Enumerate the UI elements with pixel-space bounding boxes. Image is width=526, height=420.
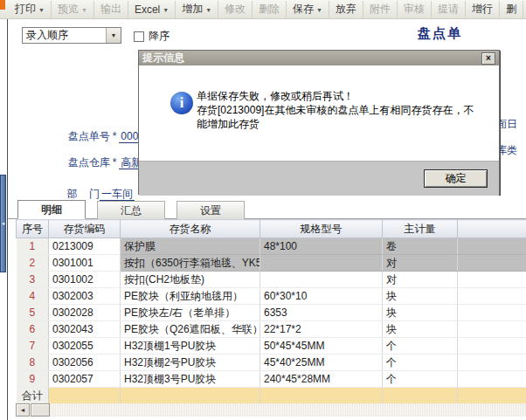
row-extra[interactable]: [458, 338, 526, 355]
toolbar-button-delete[interactable]: 删除: [253, 1, 287, 18]
row-code[interactable]: 0302056: [49, 355, 121, 371]
row-spec[interactable]: 6353: [260, 305, 383, 321]
row-code[interactable]: 0301002: [49, 272, 121, 288]
toolbar-button-add-row[interactable]: 增行: [466, 1, 500, 18]
row-spec[interactable]: 48*100: [260, 238, 383, 255]
row-serial[interactable]: 7: [17, 338, 49, 355]
row-code[interactable]: 0301001: [49, 255, 121, 272]
row-name[interactable]: 按扣(CH2地板垫): [121, 272, 260, 288]
tab-summary[interactable]: 汇总: [97, 201, 165, 219]
chevron-down-icon[interactable]: ▼: [106, 28, 121, 43]
toolbar-button-export[interactable]: 输出: [94, 1, 128, 18]
toolbar-button-modify[interactable]: 修改: [218, 1, 253, 18]
row-spec[interactable]: [260, 255, 383, 272]
row-name[interactable]: 保护膜: [121, 238, 260, 255]
col-header-serial[interactable]: 序号: [17, 220, 49, 238]
row-name[interactable]: 按扣（6350行李箱地毯、YK5地毯）: [121, 255, 260, 272]
sort-order-value: 录入顺序: [23, 28, 106, 43]
row-name[interactable]: H32顶棚2号PU胶块: [121, 355, 260, 371]
col-header-extra: [458, 220, 526, 238]
toolbar-button-save[interactable]: 保存▼: [287, 1, 329, 18]
row-code[interactable]: 0213009: [49, 238, 121, 255]
row-unit[interactable]: 个: [383, 371, 458, 388]
col-header-spec[interactable]: 规格型号: [260, 220, 383, 238]
row-extra[interactable]: [458, 371, 526, 388]
col-header-name[interactable]: 存货名称: [121, 220, 260, 238]
row-spec[interactable]: 22*17*2: [260, 321, 383, 338]
row-extra[interactable]: [458, 355, 526, 371]
row-serial[interactable]: 5: [17, 305, 49, 321]
collapse-panel-handle[interactable]: ◄: [0, 175, 6, 272]
sort-order-select[interactable]: 录入顺序 ▼: [22, 27, 121, 44]
row-spec[interactable]: [260, 272, 383, 288]
table-row: 3 0301002 按扣(CH2地板垫) 对: [17, 272, 526, 288]
row-spec[interactable]: 60*30*10: [260, 288, 383, 305]
row-extra[interactable]: [458, 272, 526, 288]
toolbar-button-audit[interactable]: 审核: [398, 1, 432, 18]
row-unit[interactable]: 块: [383, 288, 458, 305]
field-department-value[interactable]: 一车间: [100, 188, 135, 201]
row-extra[interactable]: [458, 255, 526, 272]
field-doc-number-label: 盘点单号: [68, 130, 110, 142]
row-serial[interactable]: 1: [17, 238, 49, 255]
ok-button[interactable]: 确定: [424, 169, 488, 188]
collapse-arrow-icon: ◄: [1, 221, 6, 226]
descending-label: 降序: [149, 29, 170, 44]
row-extra[interactable]: [458, 288, 526, 305]
row-unit[interactable]: 对: [383, 255, 458, 272]
dialog-titlebar[interactable]: 提示信息 ×: [139, 51, 499, 65]
row-unit[interactable]: 对: [383, 272, 458, 288]
row-serial[interactable]: 8: [17, 355, 49, 371]
horizontal-scrollbar[interactable]: ◄: [16, 403, 526, 417]
descending-checkbox[interactable]: [134, 31, 144, 42]
row-serial[interactable]: 3: [17, 272, 49, 288]
chevron-down-icon: ▼: [81, 7, 87, 13]
row-name[interactable]: PE胶块左/右（老单排）: [121, 305, 260, 321]
row-code[interactable]: 0302003: [49, 288, 121, 305]
row-extra[interactable]: [458, 321, 526, 338]
dialog-body: i 单据保存失败，修改或稍后再试！ 存货[0213009]在其他未审核的盘点单上…: [139, 65, 499, 161]
row-spec[interactable]: 50*45*45MM: [260, 338, 383, 355]
dialog-message-line2: 存货[0213009]在其他未审核的盘点单上有相同存货存在，不能增加此存货: [197, 103, 480, 131]
toolbar-button-print[interactable]: 打印▼: [9, 1, 52, 18]
row-code[interactable]: 0302028: [49, 305, 121, 321]
row-code[interactable]: 0302055: [49, 338, 121, 355]
row-unit[interactable]: 个: [383, 338, 458, 355]
row-extra[interactable]: [458, 238, 526, 255]
row-serial[interactable]: 4: [17, 288, 49, 305]
close-icon[interactable]: ×: [481, 52, 495, 65]
row-serial[interactable]: 6: [17, 321, 49, 338]
toolbar-button-submit[interactable]: 提请: [432, 1, 466, 18]
row-spec[interactable]: 45*40*25MM: [260, 355, 383, 371]
row-name[interactable]: H32顶棚1号PU胶块: [121, 338, 260, 355]
page-title: 盘点单: [418, 25, 462, 42]
row-unit[interactable]: 块: [383, 321, 458, 338]
toolbar-button-add[interactable]: 增加▼: [176, 1, 218, 18]
toolbar-button-abandon[interactable]: 放弃: [329, 1, 363, 18]
table-row: 1 0213009 保护膜 48*100 卷: [17, 238, 526, 255]
row-code[interactable]: 0302043: [49, 321, 121, 338]
tab-detail[interactable]: 明细: [17, 200, 86, 219]
row-spec[interactable]: 240*45*28MM: [260, 371, 383, 388]
toolbar-button-delete-row[interactable]: 删: [500, 1, 523, 18]
row-code[interactable]: 0302057: [49, 371, 121, 388]
toolbar-button-attachment[interactable]: 附件: [363, 1, 398, 18]
toolbar-button-excel[interactable]: Excel▼: [128, 1, 176, 18]
required-marker: *: [113, 130, 117, 142]
col-header-code[interactable]: 存货编码: [49, 220, 121, 238]
row-name[interactable]: PE胶块（Q26遮阳板、华联）: [121, 321, 260, 338]
scroll-left-button[interactable]: ◄: [16, 403, 30, 417]
tab-settings[interactable]: 设置: [176, 201, 245, 219]
chevron-down-icon: ▼: [163, 7, 169, 13]
row-serial[interactable]: 2: [17, 255, 49, 272]
row-name[interactable]: H32顶棚3号PU胶块: [121, 371, 260, 388]
scrollbar-thumb[interactable]: [31, 403, 50, 417]
row-name[interactable]: PE胶块（利亚纳地毯用）: [121, 288, 260, 305]
row-extra[interactable]: [458, 305, 526, 321]
col-header-unit[interactable]: 主计量: [383, 220, 458, 238]
toolbar-button-preview[interactable]: 预览▼: [52, 1, 94, 18]
row-unit[interactable]: 块: [383, 305, 458, 321]
row-serial[interactable]: 9: [17, 371, 49, 388]
row-unit[interactable]: 个: [383, 355, 458, 371]
row-unit[interactable]: 卷: [383, 238, 458, 255]
